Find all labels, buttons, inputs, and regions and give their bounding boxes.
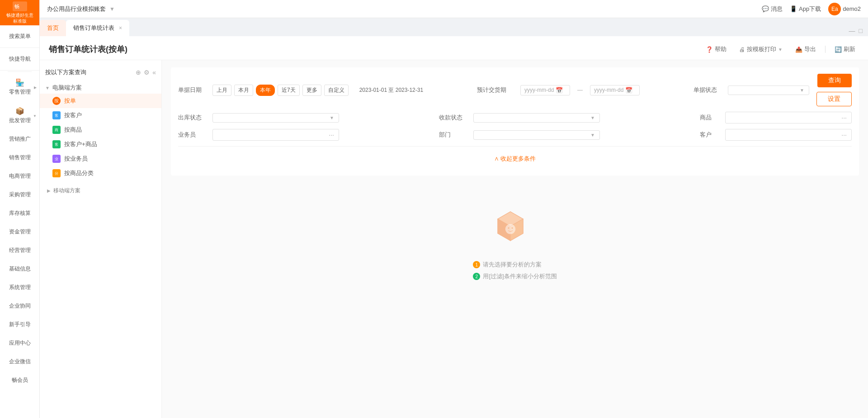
query-button[interactable]: 查询 [817,74,852,87]
plan-label-3: 按客户+商品 [64,140,97,148]
template-arrow-icon: ▼ [778,47,783,52]
department-select[interactable]: ▼ [473,130,600,140]
settings-button[interactable]: 设置 [816,92,852,106]
search-menu-section: 搜索菜单 [0,25,39,48]
delivery-date-start[interactable]: yyyy-mm-dd 📅 [520,85,570,95]
plan-item-1[interactable]: 客 按客户 [40,108,161,123]
sidebar-item-finance[interactable]: 资金管理 [0,223,39,241]
sidebar-item-inventory[interactable]: 库存核算 [0,204,39,223]
customer-select[interactable]: ··· [725,129,852,141]
retail-label: 零售管理 [9,88,31,96]
app-logo[interactable]: 畅 畅捷通好生意 标准版 [0,0,40,25]
wholesale-icon: 📦 [15,107,24,115]
sidebar-item-purchase[interactable]: 采购管理 [0,185,39,204]
purchase-label: 采购管理 [9,191,31,199]
sidebar-item-sales[interactable]: 销售管理 [0,148,39,167]
topbar-arrow-icon[interactable]: ▼ [109,6,115,12]
sidebar-item-member[interactable]: 畅会员 [0,371,39,390]
quick-nav-item[interactable]: 快捷导航 [0,52,39,66]
message-action[interactable]: 💬 消息 [762,5,783,13]
sidebar-item-wholesale[interactable]: 📦 批发管理 [0,101,39,130]
tab-maximize-icon[interactable]: □ [859,27,863,34]
date-btn-more[interactable]: 更多 [302,85,321,96]
app-download-action[interactable]: 📱 App下载 [790,5,821,13]
refresh-button[interactable]: 🔄 刷新 [831,43,859,55]
filter-row-2: 出库状态 ▼ 收款状态 ▼ 商品 [178,112,852,124]
sidebar-item-appcenter[interactable]: 应用中心 [0,334,39,352]
sidebar-item-system[interactable]: 系统管理 [0,278,39,297]
tip-num-2: 2 [473,273,480,280]
plan-label-2: 按商品 [64,126,82,134]
salesperson-dots-icon[interactable]: ··· [329,131,334,138]
date-btn-custom[interactable]: 自定义 [324,85,349,96]
payment-status-select[interactable]: ▼ [473,113,600,123]
tip-num-1: 1 [473,261,480,268]
sidebar-item-basic[interactable]: 基础信息 [0,260,39,278]
customer-dots-icon[interactable]: ··· [841,131,847,138]
plan-item-2[interactable]: 商 按商品 [40,123,161,137]
tab-close-icon[interactable]: × [119,25,122,31]
goods-select[interactable]: ··· [725,112,852,124]
plan-item-3[interactable]: 客 按客户+商品 [40,137,161,152]
plan-item-4[interactable]: 业 按业务员 [40,152,161,166]
collapse-panel-icon[interactable]: « [152,69,156,76]
user-section[interactable]: Ea demo2 [828,3,861,15]
add-plan-icon[interactable]: ⊕ [136,69,141,76]
sidebar-item-retail[interactable]: 🏪 零售管理 [0,73,39,101]
tip-item-2: 2 用[过滤]条件来缩小分析范围 [473,272,557,280]
department-label: 部门 [439,131,466,139]
help-button[interactable]: ❓ 帮助 [702,43,730,55]
date-btn-this-month[interactable]: 本月 [234,85,253,96]
sidebar-item-enterprise[interactable]: 企业协同 [0,297,39,315]
collapse-bar: ∧ 收起更多条件 [178,146,852,169]
query-btn-group: 查询 设置 [816,74,852,106]
sidebar-divider-1 [8,71,31,72]
inventory-label: 库存核算 [9,209,31,217]
delivery-status-select[interactable]: ▼ [212,113,339,123]
template-print-label: 按模板打印 [747,45,776,53]
sidebar-item-operation[interactable]: 经营管理 [0,241,39,260]
goods-label: 商品 [700,114,718,122]
collapse-button[interactable]: ∧ 收起更多条件 [494,152,536,166]
plan-label-5: 按商品分类 [64,169,94,177]
operation-label: 经营管理 [9,247,31,254]
date-btn-last-month[interactable]: 上月 [212,85,231,96]
plan-item-5[interactable]: 分 按商品分类 [40,166,161,180]
desktop-section-header[interactable]: ▼ 电脑端方案 [40,81,161,94]
goods-dots-icon[interactable]: ··· [841,114,847,121]
app-download-label: App下载 [799,5,821,13]
sidebar-item-wechat[interactable]: 企业微信 [0,352,39,371]
plan-icon-3: 客 [52,140,61,148]
template-print-button[interactable]: 🖨 按模板打印 ▼ [736,43,786,55]
message-label: 消息 [771,5,783,13]
order-status-arrow-icon: ▼ [800,88,804,93]
tab-minimize-icon[interactable]: — [849,27,855,34]
plan-icon-2: 商 [52,126,61,134]
salesperson-select[interactable]: ··· [212,129,339,141]
date-range-value: 2023-01-01 至 2023-12-31 [359,86,423,94]
plan-icon-4: 业 [52,155,61,163]
date-btn-this-year[interactable]: 本年 [256,85,275,96]
export-button[interactable]: 📤 导出 [792,43,820,55]
order-status-select[interactable]: ▼ [728,86,809,95]
payment-status-arrow-icon: ▼ [590,115,595,120]
search-menu-item[interactable]: 搜索菜单 [0,30,39,43]
settings-plan-icon[interactable]: ⚙ [144,69,150,76]
sidebar-item-ecommerce[interactable]: 电商管理 [0,167,39,185]
mobile-section-header[interactable]: ▶ 移动端方案 [40,184,161,196]
plan-item-0[interactable]: 按 按单 [40,94,161,108]
delivery-date-label: 预计交货期 [477,86,513,94]
delivery-date-end[interactable]: yyyy-mm-dd 📅 [590,85,640,95]
print-icon: 🖨 [739,46,745,53]
divider-1 [825,46,826,53]
appcenter-label: 应用中心 [9,339,31,347]
tab-sales-stat[interactable]: 销售订单统计表 × [66,20,129,36]
sidebar-item-newuser[interactable]: 新手引导 [0,315,39,334]
sidebar-item-marketing[interactable]: 营销推广 [0,130,39,148]
tab-home[interactable]: 首页 [40,20,66,36]
topbar-title: 办公用品行业模拟账套 [47,5,106,13]
date-btn-7days[interactable]: 近7天 [278,85,300,96]
plan-label-1: 按客户 [64,111,82,119]
delivery-status-arrow-icon: ▼ [330,115,334,120]
date-range-text: 2023-01-01 至 2023-12-31 [359,86,423,94]
